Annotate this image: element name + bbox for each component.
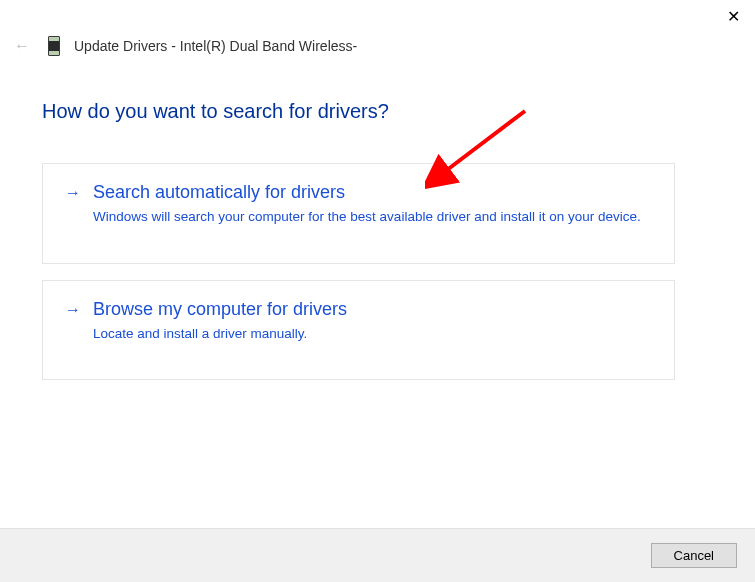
option-header: → Browse my computer for drivers — [65, 299, 652, 320]
option-header: → Search automatically for drivers — [65, 182, 652, 203]
arrow-right-icon: → — [65, 184, 81, 202]
close-icon[interactable]: ✕ — [721, 4, 745, 28]
option-search-automatically[interactable]: → Search automatically for drivers Windo… — [42, 163, 675, 264]
content-area: How do you want to search for drivers? →… — [42, 100, 675, 396]
dialog-header: ← Update Drivers - Intel(R) Dual Band Wi… — [10, 35, 357, 57]
arrow-right-icon: → — [65, 301, 81, 319]
cancel-button[interactable]: Cancel — [651, 543, 737, 568]
option-title: Browse my computer for drivers — [93, 299, 347, 320]
question-heading: How do you want to search for drivers? — [42, 100, 675, 123]
option-description: Windows will search your computer for th… — [93, 207, 652, 227]
option-description: Locate and install a driver manually. — [93, 324, 652, 344]
device-icon — [48, 36, 60, 56]
back-button[interactable]: ← — [10, 35, 34, 57]
option-title: Search automatically for drivers — [93, 182, 345, 203]
dialog-title: Update Drivers - Intel(R) Dual Band Wire… — [74, 38, 357, 54]
option-browse-computer[interactable]: → Browse my computer for drivers Locate … — [42, 280, 675, 381]
dialog-footer: Cancel — [0, 528, 755, 582]
